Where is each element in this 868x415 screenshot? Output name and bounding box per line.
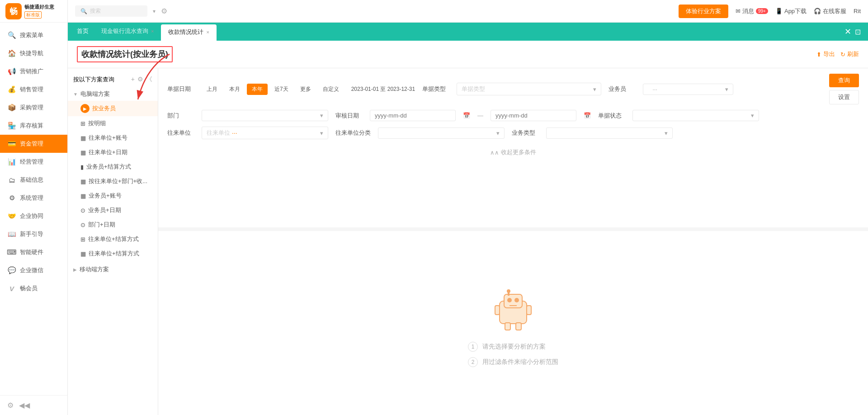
date-tab-this-month[interactable]: 本月 bbox=[224, 84, 245, 95]
sidebar-item-operations[interactable]: 📊 经营管理 bbox=[0, 153, 67, 171]
counterparty-value: 往来单位 bbox=[207, 129, 230, 137]
scheme-group-mobile-title[interactable]: ▶ 移动端方案 bbox=[68, 263, 158, 276]
sidebar-item-search[interactable]: 🔍 搜索菜单 bbox=[0, 26, 67, 44]
search-bar[interactable]: 🔍 搜索 bbox=[75, 5, 147, 17]
sidebar-item-label: 智能硬件 bbox=[20, 248, 43, 256]
settings-bottom-icon[interactable]: ⚙ bbox=[7, 401, 14, 410]
topbar-search-text: 搜索 bbox=[90, 7, 101, 15]
scheme-item-by-unit-account[interactable]: ▦ 往来单位+账号 bbox=[68, 131, 158, 145]
scheme-item-label: 按业务员 bbox=[92, 104, 116, 113]
query-button[interactable]: 查询 bbox=[829, 74, 859, 87]
export-button[interactable]: ⬆ 导出 bbox=[816, 50, 835, 58]
sidebar-item-member[interactable]: V 畅会员 bbox=[0, 279, 67, 297]
date-tab-last-month[interactable]: 上月 bbox=[202, 84, 222, 95]
review-date-start[interactable] bbox=[370, 110, 456, 121]
sidebar-item-finance[interactable]: 💳 资金管理 bbox=[0, 135, 67, 153]
close-window-button[interactable]: ✕ bbox=[844, 27, 851, 37]
tab-home[interactable]: 首页 bbox=[71, 23, 94, 41]
salesperson-select[interactable]: ··· ▾ bbox=[643, 84, 733, 95]
calendar-icon-2[interactable]: 📅 bbox=[584, 112, 591, 119]
sidebar-item-inventory[interactable]: 🏪 库存核算 bbox=[0, 117, 67, 135]
tab-bank-close[interactable]: × bbox=[151, 28, 154, 34]
counterparty-more[interactable]: ··· bbox=[232, 129, 237, 137]
page-title: 收款情况统计(按业务员) bbox=[81, 50, 168, 59]
tab-collection-close[interactable]: × bbox=[206, 29, 209, 35]
tab-bank[interactable]: 现金银行流水查询 × bbox=[94, 23, 161, 41]
tabbar: 首页 现金银行流水查询 × 收款情况统计 × ✕ ⊡ bbox=[68, 23, 868, 41]
scheme-item-by-detail[interactable]: ⊞ 按明细 bbox=[68, 116, 158, 131]
scheme-item-by-unit-payment2[interactable]: ▦ 往来单位+结算方式 bbox=[68, 246, 158, 261]
scheme-item-icon: ▮ bbox=[80, 164, 84, 170]
user-avatar[interactable]: Rit bbox=[854, 8, 861, 14]
basic-icon: 🗂 bbox=[7, 175, 16, 184]
svg-rect-7 bbox=[505, 323, 510, 330]
scheme-item-icon: ▦ bbox=[80, 193, 86, 199]
online-service-button[interactable]: 🎧 在线客服 bbox=[814, 7, 846, 15]
topbar-gear-icon[interactable]: ⚙ bbox=[161, 7, 167, 15]
sidebar-item-marketing[interactable]: 📢 营销推广 bbox=[0, 62, 67, 80]
scheme-item-by-unit-dept[interactable]: ▦ 按往来单位+部门+收... bbox=[68, 174, 158, 189]
filter-row-2: 部门 ▾ 审核日期 📅 — 📅 单据状态 bbox=[167, 110, 859, 121]
filter-area: 单据日期 上月 本月 本年 近7天 更多 自定义 2023-01-01 至 20… bbox=[158, 68, 868, 227]
scheme-item-by-salesperson[interactable]: ▶ 按业务员 bbox=[68, 101, 158, 116]
sidebar-item-guide[interactable]: 📖 新手引导 bbox=[0, 225, 67, 243]
export-label: 导出 bbox=[823, 50, 835, 58]
user-name: Rit bbox=[854, 8, 861, 14]
scheme-item-icon: ▦ bbox=[80, 149, 86, 156]
sidebar-item-sales[interactable]: 💰 销售管理 bbox=[0, 80, 67, 99]
scheme-item-by-salesperson-date[interactable]: ⊙ 业务员+日期 bbox=[68, 203, 158, 217]
sidebar-item-system[interactable]: ⚙ 系统管理 bbox=[0, 189, 67, 207]
refresh-button[interactable]: ↻ 刷新 bbox=[840, 50, 859, 58]
scheme-group-desktop-title[interactable]: ▼ 电脑端方案 bbox=[68, 87, 158, 101]
scheme-add-icon[interactable]: + bbox=[131, 75, 135, 84]
sidebar-item-quicknav[interactable]: 🏠 快捷导航 bbox=[0, 44, 67, 62]
message-button[interactable]: ✉ 消息 99+ bbox=[736, 7, 768, 15]
desktop-group-arrow: ▼ bbox=[73, 92, 78, 97]
filter-actions: 查询 设置 bbox=[829, 74, 859, 104]
review-date-end[interactable] bbox=[491, 110, 576, 121]
collapse-sidebar-icon[interactable]: ◀◀ bbox=[19, 401, 30, 410]
step-1-num: 1 bbox=[468, 342, 478, 352]
restore-window-button[interactable]: ⊡ bbox=[855, 28, 861, 36]
scheme-settings-icon[interactable]: ⚙ bbox=[137, 75, 143, 84]
scheme-item-label: 按明细 bbox=[88, 119, 106, 127]
scheme-item-by-unit-payment[interactable]: ⊞ 往来单位+结算方式 bbox=[68, 232, 158, 246]
counterparty-type-select[interactable]: ▾ bbox=[378, 127, 505, 139]
sidebar-item-hardware[interactable]: ⌨ 智能硬件 bbox=[0, 243, 67, 261]
trial-button[interactable]: 体验行业方案 bbox=[679, 5, 728, 18]
calendar-icon-1[interactable]: 📅 bbox=[463, 112, 470, 119]
date-tab-custom[interactable]: 自定义 bbox=[318, 84, 344, 95]
dept-select[interactable]: ▾ bbox=[202, 110, 328, 121]
tab-collection[interactable]: 收款情况统计 × bbox=[161, 24, 216, 41]
doc-type-chevron: ▾ bbox=[593, 86, 596, 93]
business-type-select[interactable]: ▾ bbox=[546, 127, 673, 139]
scheme-collapse-icon[interactable]: 《 bbox=[146, 75, 152, 84]
doc-status-select[interactable]: ▾ bbox=[632, 110, 759, 121]
app-download-button[interactable]: 📱 App下载 bbox=[775, 7, 807, 15]
tab-bank-label: 现金银行流水查询 bbox=[101, 27, 148, 35]
settings-button[interactable]: 设置 bbox=[829, 90, 859, 104]
empty-state-area: 1 请先选择要分析的方案 2 用过滤条件来缩小分析范围 bbox=[158, 231, 868, 415]
sidebar-item-enterprise[interactable]: 🤝 企业协同 bbox=[0, 207, 67, 225]
counterparty-select[interactable]: 往来单位 ··· ▾ bbox=[202, 127, 328, 139]
salesperson-chevron: ▾ bbox=[725, 86, 728, 93]
date-tab-7days[interactable]: 近7天 bbox=[269, 84, 293, 95]
salesperson-ellipsis: ··· bbox=[652, 86, 657, 93]
collapse-icon: ∧∧ bbox=[490, 149, 499, 156]
collapse-filter-button[interactable]: ∧∧ 收起更多条件 bbox=[167, 145, 859, 160]
scheme-item-by-dept-date[interactable]: ⊙ 部门+日期 bbox=[68, 217, 158, 232]
sidebar-item-basic[interactable]: 🗂 基础信息 bbox=[0, 171, 67, 189]
sidebar-item-purchase[interactable]: 📦 采购管理 bbox=[0, 99, 67, 117]
sidebar-item-wechat[interactable]: 💬 企业微信 bbox=[0, 261, 67, 279]
topbar-dropdown-icon[interactable]: ▾ bbox=[153, 8, 156, 14]
svg-point-10 bbox=[507, 289, 510, 293]
date-tab-more[interactable]: 更多 bbox=[295, 84, 316, 95]
step-2-text: 用过滤条件来缩小分析范围 bbox=[482, 358, 558, 366]
date-tab-this-year[interactable]: 本年 bbox=[247, 84, 268, 95]
scheme-item-icon: ▦ bbox=[80, 135, 86, 141]
scheme-item-by-salesperson-account[interactable]: ▦ 业务员+账号 bbox=[68, 189, 158, 203]
page-actions: ⬆ 导出 ↻ 刷新 bbox=[816, 50, 859, 58]
scheme-item-by-unit-date[interactable]: ▦ 往来单位+日期 bbox=[68, 145, 158, 160]
doc-type-select[interactable]: 单据类型 ▾ bbox=[457, 83, 601, 95]
scheme-item-by-salesperson-payment[interactable]: ▮ 业务员+结算方式 bbox=[68, 160, 158, 174]
